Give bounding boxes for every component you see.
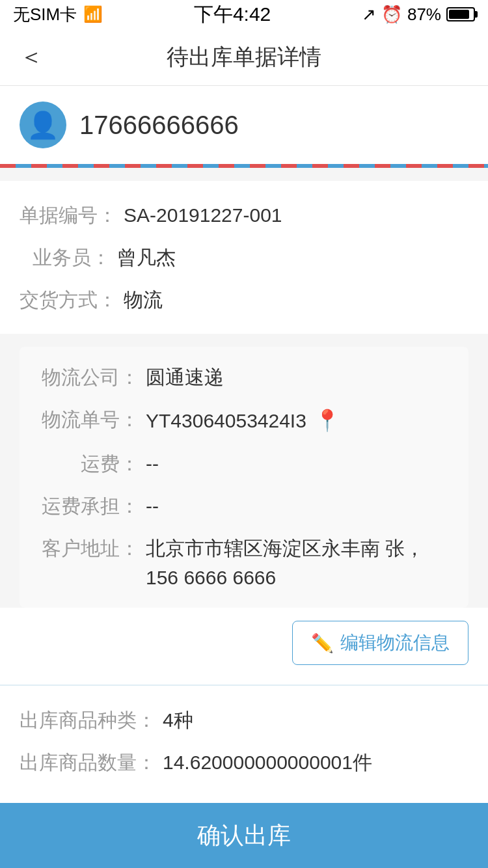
edit-logistics-button[interactable]: ✏️ 编辑物流信息 [292,621,468,665]
freight-bearer-row: 运费承担： -- [35,491,453,521]
address-value: 北京市市辖区海淀区永丰南 张，156 6666 6666 [146,534,453,592]
customer-header: 👤 17666666666 [0,86,488,164]
goods-types-row: 出库商品种类： 4种 [20,705,468,735]
goods-quantity-value: 14.620000000000001件 [163,748,468,777]
address-label: 客户地址： [35,534,139,563]
back-button[interactable]: ＜ [20,41,43,73]
dashed-divider [0,164,488,168]
goods-types-label: 出库商品种类： [20,705,156,735]
tracking-no-label: 物流单号： [35,405,139,434]
goods-section: 出库商品种类： 4种 出库商品数量： 14.620000000000001件 [0,686,488,796]
goods-quantity-label: 出库商品数量： [20,748,156,777]
edit-logistics-wrapper: ✏️ 编辑物流信息 [0,608,488,685]
order-info-section: 单据编号： SA-20191227-001 业务员： 曾凡杰 交货方式： 物流 [0,181,488,334]
wifi-icon: 📶 [83,5,103,23]
customer-phone: 17666666666 [79,111,239,140]
freight-value: -- [146,449,453,478]
order-no-value: SA-20191227-001 [124,200,468,230]
logistics-company-row: 物流公司： 圆通速递 [35,362,453,392]
page-title: 待出库单据详情 [167,42,321,72]
tracking-location-icon[interactable]: 📍 [314,405,340,436]
freight-bearer-label: 运费承担： [35,491,139,521]
person-icon: 👤 [27,110,59,141]
edit-icon: ✏️ [311,632,334,654]
tracking-no-row: 物流单号： YT43064053424I3 📍 [35,405,453,436]
delivery-method-label: 交货方式： [20,285,117,314]
address-row: 客户地址： 北京市市辖区海淀区永丰南 张，156 6666 6666 [35,534,453,592]
sales-person-value: 曾凡杰 [117,243,468,272]
battery-percent: 87% [407,5,441,25]
nav-bar: ＜ 待出库单据详情 [0,29,488,86]
battery-icon [446,7,475,21]
logistics-company-value: 圆通速递 [146,362,453,392]
status-time: 下午4:42 [194,1,271,28]
freight-label: 运费： [35,449,139,478]
goods-types-value: 4种 [163,705,468,735]
status-right: ↗ ⏰ 87% [362,5,475,25]
tracking-no-value: YT43064053424I3 📍 [146,405,453,436]
freight-bearer-value: -- [146,491,453,521]
delivery-method-value: 物流 [124,285,468,314]
goods-quantity-row: 出库商品数量： 14.620000000000001件 [20,748,468,777]
battery-fill [449,10,469,19]
delivery-method-row: 交货方式： 物流 [20,285,468,314]
status-bar: 无SIM卡 📶 下午4:42 ↗ ⏰ 87% [0,0,488,29]
logistics-company-label: 物流公司： [35,362,139,392]
confirm-button[interactable]: 确认出库 [0,803,488,868]
sales-person-label: 业务员： [20,243,111,272]
confirm-btn-wrapper: 确认出库 [0,803,488,868]
status-left: 无SIM卡 📶 [13,3,103,26]
carrier-label: 无SIM卡 [13,3,77,26]
avatar: 👤 [20,102,66,148]
order-no-label: 单据编号： [20,200,117,230]
edit-logistics-label: 编辑物流信息 [340,631,450,655]
sales-person-row: 业务员： 曾凡杰 [20,243,468,272]
alarm-icon: ⏰ [381,5,402,25]
location-status-icon: ↗ [362,5,376,25]
logistics-section: 物流公司： 圆通速递 物流单号： YT43064053424I3 📍 运费： -… [20,347,468,608]
tracking-no-text: YT43064053424I3 [146,406,306,435]
freight-row: 运费： -- [35,449,453,478]
order-no-row: 单据编号： SA-20191227-001 [20,200,468,230]
